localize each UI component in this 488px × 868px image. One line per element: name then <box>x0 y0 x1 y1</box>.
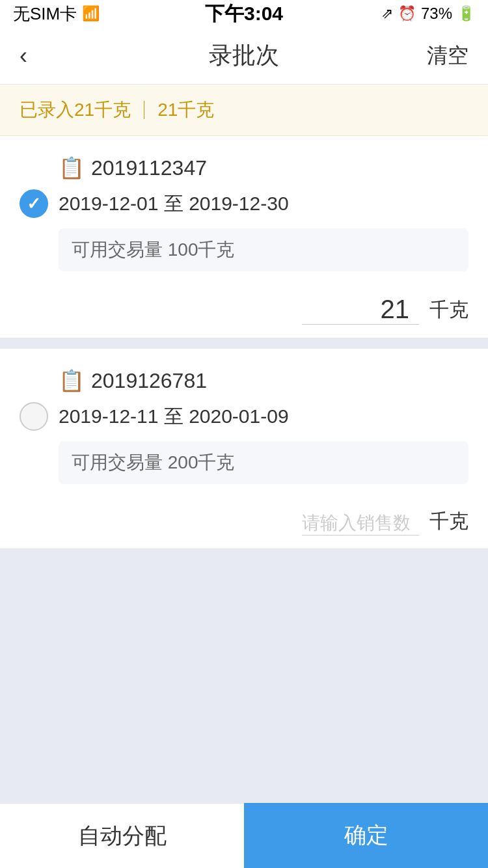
wifi-icon: 📶 <box>82 5 100 22</box>
page-title: 录批次 <box>209 40 279 72</box>
auto-distribute-button[interactable]: 自动分配 <box>0 803 244 868</box>
batch-doc-icon-1: 📋 <box>59 156 85 180</box>
available-qty-1: 可用交易量 100千克 <box>59 228 468 271</box>
status-bar: 无SIM卡 📶 下午3:04 ⇗ ⏰ 73% 🔋 <box>0 0 488 27</box>
status-time: 下午3:04 <box>205 1 283 27</box>
batch-date-1: 2019-12-01 至 2019-12-30 <box>59 191 289 217</box>
batch-item-2: 📋 2019126781 2019-12-11 至 2020-01-09 可用交… <box>0 349 488 484</box>
batch-item-1: 📋 2019112347 2019-12-01 至 2019-12-30 可用交… <box>0 136 488 271</box>
batch-id-1: 2019112347 <box>91 156 207 180</box>
batch-id-row-2: 📋 2019126781 <box>20 368 468 393</box>
batch-date-2: 2019-12-11 至 2020-01-09 <box>59 403 289 430</box>
qty-input-area-2: 千克 <box>0 497 488 549</box>
qty-unit-1: 千克 <box>429 297 468 323</box>
status-right: ⇗ ⏰ 73% 🔋 <box>381 5 475 23</box>
batch-id-2: 2019126781 <box>91 369 207 393</box>
bottom-bar: 自动分配 确定 <box>0 803 488 868</box>
status-left: 无SIM卡 📶 <box>13 3 100 25</box>
available-qty-2: 可用交易量 200千克 <box>59 441 468 484</box>
alarm-icon: ⏰ <box>398 5 416 22</box>
summary-divider <box>144 101 144 119</box>
summary-value: 21千克 <box>157 98 214 122</box>
batch-card-1: 📋 2019112347 2019-12-01 至 2019-12-30 可用交… <box>0 136 488 338</box>
batch-doc-icon-2: 📋 <box>59 368 85 393</box>
confirm-button[interactable]: 确定 <box>244 803 488 868</box>
batch-card-2: 📋 2019126781 2019-12-11 至 2020-01-09 可用交… <box>0 349 488 549</box>
location-icon: ⇗ <box>381 5 393 22</box>
carrier-text: 无SIM卡 <box>13 3 77 25</box>
batch-id-row-1: 📋 2019112347 <box>20 156 468 180</box>
battery-icon: 🔋 <box>457 5 475 22</box>
back-button[interactable]: ‹ <box>20 42 27 70</box>
section-divider <box>0 338 488 349</box>
radio-button-1[interactable] <box>20 189 48 218</box>
qty-input-area-1: 千克 <box>0 284 488 338</box>
summary-bar: 已录入21千克 21千克 <box>0 85 488 136</box>
summary-label: 已录入21千克 <box>20 98 131 122</box>
empty-area <box>0 549 488 822</box>
quantity-input-2[interactable] <box>302 508 419 536</box>
battery-text: 73% <box>421 5 452 23</box>
nav-bar: ‹ 录批次 清空 <box>0 27 488 85</box>
qty-unit-2: 千克 <box>429 508 468 535</box>
batch-date-row-2[interactable]: 2019-12-11 至 2020-01-09 <box>20 402 468 431</box>
batch-date-row-1[interactable]: 2019-12-01 至 2019-12-30 <box>20 189 468 218</box>
radio-button-2[interactable] <box>20 402 48 431</box>
clear-button[interactable]: 清空 <box>427 42 468 70</box>
quantity-input-1[interactable] <box>302 295 419 325</box>
